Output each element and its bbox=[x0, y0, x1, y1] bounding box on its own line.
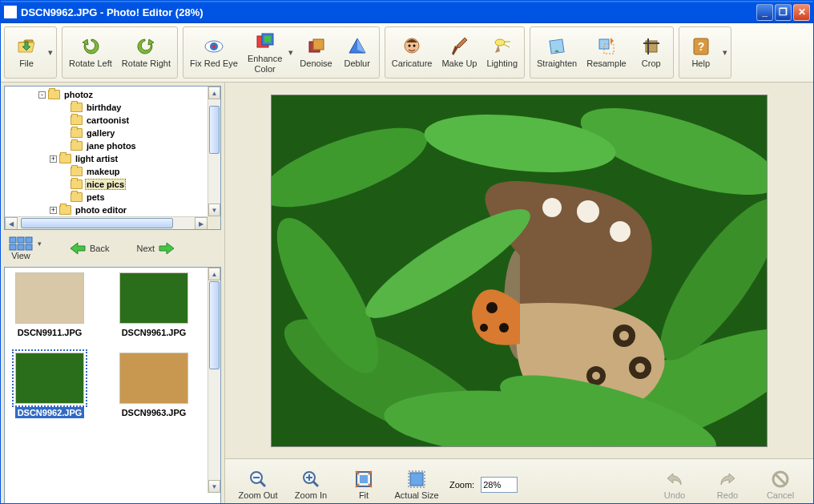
maximize-button[interactable]: ❐ bbox=[775, 4, 792, 21]
scroll-up-button[interactable]: ▲ bbox=[208, 268, 220, 280]
svg-point-44 bbox=[486, 302, 498, 313]
tree-scroll-horizontal[interactable]: ◀ ▶ bbox=[5, 216, 208, 229]
tree-item[interactable]: pets bbox=[5, 191, 219, 204]
thumbnail-image bbox=[15, 353, 84, 404]
close-button[interactable]: ✕ bbox=[793, 4, 810, 21]
zoom-in-button[interactable]: Zoom In bbox=[286, 470, 336, 500]
svg-rect-5 bbox=[264, 36, 271, 42]
tree-item[interactable]: +light artist bbox=[5, 152, 219, 165]
folder-icon bbox=[71, 128, 83, 138]
svg-point-43 bbox=[592, 372, 600, 380]
tree-item-label: cartoonist bbox=[85, 115, 131, 125]
enhance-color-button[interactable]: Enhance Color bbox=[243, 29, 287, 76]
lighting-button[interactable]: Lighting bbox=[482, 29, 522, 76]
folder-icon bbox=[59, 205, 71, 215]
deblur-button[interactable]: Deblur bbox=[337, 29, 377, 76]
fix-red-eye-button[interactable]: Fix Red Eye bbox=[185, 29, 243, 76]
actual-size-button[interactable]: Actual Size bbox=[392, 470, 441, 500]
tree-item[interactable]: nice pics bbox=[5, 178, 219, 191]
help-label: Help bbox=[691, 58, 710, 69]
straighten-button[interactable]: Straighten bbox=[532, 29, 582, 76]
svg-point-35 bbox=[577, 200, 599, 223]
tree-item-label: gallery bbox=[85, 128, 116, 138]
zoom-input[interactable] bbox=[481, 477, 518, 493]
tree-item[interactable]: +photo editor bbox=[5, 204, 219, 216]
scroll-thumb-vertical[interactable] bbox=[209, 106, 220, 154]
folder-tree[interactable]: -photozbirthdaycartoonistgalleryjane pho… bbox=[4, 86, 221, 230]
svg-rect-21 bbox=[10, 244, 16, 250]
scroll-down-button[interactable]: ▼ bbox=[208, 204, 220, 216]
thumbs-scroll-vertical[interactable]: ▲ ▼ bbox=[208, 268, 220, 493]
file-button[interactable]: File bbox=[6, 29, 46, 76]
tree-item[interactable]: jane photos bbox=[5, 139, 219, 152]
tree-item[interactable]: gallery bbox=[5, 127, 219, 139]
deblur-icon bbox=[346, 36, 369, 57]
redo-button[interactable]: Redo bbox=[703, 470, 752, 500]
thumbnail-label: DSCN9961.JPG bbox=[119, 327, 189, 338]
undo-button[interactable]: Undo bbox=[650, 470, 699, 500]
denoise-button[interactable]: Denoise bbox=[295, 29, 336, 76]
folder-icon bbox=[71, 141, 83, 151]
tree-expander[interactable]: - bbox=[38, 91, 46, 99]
scroll-corner bbox=[208, 216, 220, 229]
rotate-left-button[interactable]: Rotate Left bbox=[64, 29, 117, 76]
make-up-label: Make Up bbox=[441, 58, 477, 69]
help-button[interactable]: ? Help bbox=[681, 29, 721, 76]
tree-item-label: jane photos bbox=[85, 141, 138, 151]
tree-item-label: light artist bbox=[74, 154, 119, 163]
rotate-right-icon bbox=[135, 36, 157, 57]
minimize-button[interactable]: _ bbox=[756, 4, 773, 21]
app-icon bbox=[4, 6, 17, 18]
next-button[interactable]: Next bbox=[133, 240, 179, 257]
folder-icon bbox=[71, 115, 83, 125]
thumbnail[interactable]: DSCN9963.JPG bbox=[114, 353, 194, 418]
caricature-button[interactable]: Caricature bbox=[387, 29, 437, 76]
cancel-button[interactable]: Cancel bbox=[756, 470, 805, 500]
tree-expander[interactable]: + bbox=[50, 207, 57, 214]
scroll-left-button[interactable]: ◀ bbox=[5, 217, 18, 230]
scroll-thumb-vertical[interactable] bbox=[209, 281, 220, 369]
scroll-up-button[interactable]: ▲ bbox=[208, 87, 220, 99]
crop-button[interactable]: Crop bbox=[631, 29, 671, 76]
enhance-color-label: Enhance Color bbox=[248, 54, 282, 74]
enhance-dropdown[interactable]: ▾ bbox=[287, 29, 295, 76]
thumbnail[interactable]: DSCN9911.JPG bbox=[10, 272, 90, 338]
tree-item-label: pets bbox=[85, 192, 107, 202]
thumbnail[interactable]: DSCN9961.JPG bbox=[114, 272, 194, 338]
file-open-icon bbox=[15, 36, 38, 57]
thumbnail[interactable]: DSCN9962.JPG bbox=[10, 353, 90, 418]
thumbnail-image bbox=[119, 272, 188, 324]
zoom-out-button[interactable]: Zoom Out bbox=[233, 470, 283, 500]
resample-button[interactable]: Resample bbox=[582, 29, 631, 76]
back-button[interactable]: Back bbox=[66, 240, 112, 257]
scroll-down-button[interactable]: ▼ bbox=[208, 480, 220, 493]
tree-scroll-vertical[interactable]: ▲ ▼ bbox=[208, 87, 220, 216]
thumbnail-label: DSCN9911.JPG bbox=[15, 327, 85, 338]
scroll-right-button[interactable]: ▶ bbox=[195, 217, 208, 230]
tree-item[interactable]: cartoonist bbox=[5, 114, 219, 127]
help-dropdown[interactable]: ▾ bbox=[721, 29, 729, 76]
tree-expander[interactable]: + bbox=[50, 155, 57, 163]
browser-nav: View ▾ Back Next bbox=[4, 230, 221, 267]
tree-item[interactable]: makeup bbox=[5, 165, 219, 178]
scroll-thumb-horizontal[interactable] bbox=[21, 218, 173, 228]
svg-point-10 bbox=[413, 45, 416, 47]
rotate-right-button[interactable]: Rotate Right bbox=[117, 29, 175, 76]
image-canvas[interactable] bbox=[225, 83, 813, 458]
actual-size-icon bbox=[407, 470, 426, 489]
tree-item-label: birthday bbox=[85, 103, 123, 112]
view-button[interactable]: View bbox=[6, 235, 36, 262]
fit-button[interactable]: Fit bbox=[339, 470, 389, 500]
thumbnail-image bbox=[119, 353, 188, 404]
view-dropdown[interactable]: ▾ bbox=[38, 240, 42, 248]
svg-rect-53 bbox=[410, 473, 423, 486]
tree-item[interactable]: -photoz bbox=[5, 88, 219, 101]
thumbnail-image bbox=[15, 272, 84, 324]
fit-icon bbox=[354, 470, 373, 489]
caricature-label: Caricature bbox=[392, 58, 433, 69]
svg-rect-18 bbox=[10, 237, 16, 243]
thumbnail-browser[interactable]: DSCN9911.JPGDSCN9961.JPGDSCN9962.JPGDSCN… bbox=[4, 267, 221, 504]
tree-item[interactable]: birthday bbox=[5, 101, 219, 114]
make-up-button[interactable]: Make Up bbox=[437, 29, 482, 76]
file-dropdown[interactable]: ▾ bbox=[46, 29, 54, 76]
